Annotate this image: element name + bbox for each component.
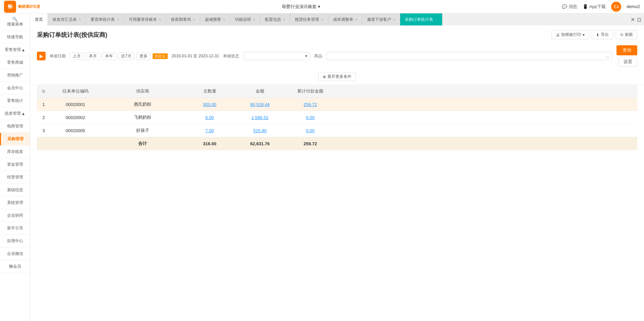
sidebar-item-member[interactable]: 会员中心 xyxy=(0,82,30,95)
row-amount[interactable]: 60,519.44 xyxy=(235,98,285,111)
sidebar-item-purchase[interactable]: 采购管理 xyxy=(0,133,30,146)
tab-close-invite-customer[interactable]: × xyxy=(393,17,395,21)
row-code: 00020005 xyxy=(50,124,101,137)
sidebar-item-guide[interactable]: 新手引导 xyxy=(0,222,30,235)
app-download-btn[interactable]: 📱 App下载 xyxy=(583,4,606,10)
expand-icon: ⊕ xyxy=(323,74,326,79)
status-select-arrow: ▾ xyxy=(305,54,307,58)
export-button[interactable]: ⬇ 导出 xyxy=(592,30,613,39)
print-button[interactable]: 🖨 按模板打印 ▾ xyxy=(551,30,589,39)
message-icon: 💬 xyxy=(562,4,567,9)
tab-close-config[interactable]: × xyxy=(283,17,285,21)
table-footer-row: 合计 316.00 62,631.76 259.72 xyxy=(37,137,637,150)
row-amount[interactable]: 525.80 xyxy=(235,124,285,137)
date-7days[interactable]: 近7天 xyxy=(118,52,135,60)
sidebar-item-ecommerce[interactable]: 电商管理 xyxy=(0,120,30,133)
sidebar-item-basic-info[interactable]: 基础信息 xyxy=(0,184,30,197)
date-this-month[interactable]: 本月 xyxy=(86,52,100,60)
tab-overstock[interactable]: 超储预警 × xyxy=(200,13,230,25)
message-btn[interactable]: 💬 消息 xyxy=(562,4,577,10)
tab-order-summary[interactable]: 要货单统计表 × xyxy=(86,13,124,25)
row-supplier: 惠氏奶粉 xyxy=(101,98,184,111)
row-paid[interactable]: 0.00 xyxy=(285,111,335,124)
row-code: 00020001 xyxy=(50,98,101,111)
tab-close-cost-adjust[interactable]: × xyxy=(355,17,357,21)
close-tab-btn[interactable]: ✕ xyxy=(631,16,635,23)
filter-toggle-btn[interactable]: ▶ xyxy=(37,52,46,60)
date-this-year[interactable]: 本年 xyxy=(102,52,116,60)
goods-input-more[interactable]: … xyxy=(605,54,609,58)
sidebar-item-wechat[interactable]: 企业微信 xyxy=(0,248,30,260)
status-select[interactable]: ▾ xyxy=(243,52,310,60)
tab-invite-customer[interactable]: 邀请下游客户 × xyxy=(362,13,400,25)
tab-close-expiry[interactable]: × xyxy=(193,17,195,21)
tab-close-overstock[interactable]: × xyxy=(223,17,225,21)
footer-paid: 259.72 xyxy=(285,137,335,150)
footer-amount: 62,631.76 xyxy=(235,137,285,150)
sidebar-item-finance[interactable]: 资金管理 xyxy=(0,158,30,171)
tab-pick-task[interactable]: 拣货任务管理 × xyxy=(290,13,328,25)
sidebar-item-app-center[interactable]: 应用中心 xyxy=(0,235,30,248)
sidebar-item-member-app[interactable]: 畅会员 xyxy=(0,260,30,273)
row-qty[interactable]: 303.00 xyxy=(184,98,235,111)
sidebar-item-retail-mgmt[interactable]: 零售管理 ▲ xyxy=(0,44,30,56)
sidebar-item-search[interactable]: 🔍 搜索菜单 xyxy=(0,13,30,31)
status-filter-label: 单据状态 xyxy=(223,53,239,59)
query-button[interactable]: 查询 xyxy=(616,45,637,55)
sidebar-item-wholesale[interactable]: 批发管理 ▲ xyxy=(0,107,30,120)
settings-button[interactable]: 设置 xyxy=(619,57,637,67)
row-paid[interactable]: 259.72 xyxy=(285,98,335,111)
tab-close-purchase-summary[interactable]: × xyxy=(435,17,437,21)
page-content: 采购订单统计表(按供应商) 🖨 按模板打印 ▾ ⬇ 导出 ↻ xyxy=(30,25,644,321)
logo-abbr: 畅 xyxy=(8,4,12,10)
expand-more-btn[interactable]: ⊕ 展开更多条件 xyxy=(318,72,356,81)
col-paid-header: 累计付款金额 xyxy=(285,85,335,98)
sidebar-item-retail-stats[interactable]: 零售统计 xyxy=(0,95,30,107)
refresh-button[interactable]: ↻ 刷新 xyxy=(616,30,637,39)
goods-input[interactable]: … xyxy=(326,52,612,60)
row-index: 1 xyxy=(37,98,50,111)
tab-cost-adjust[interactable]: 成本调整单 × xyxy=(328,13,362,25)
tab-close-receive-summary[interactable]: × xyxy=(79,17,81,21)
tab-close-pick-task[interactable]: × xyxy=(321,17,323,21)
row-index: 3 xyxy=(37,124,50,137)
row-qty[interactable]: 6.00 xyxy=(184,111,235,124)
date-more[interactable]: 更多 xyxy=(137,52,151,60)
page-header: 采购订单统计表(按供应商) 🖨 按模板打印 ▾ ⬇ 导出 ↻ xyxy=(30,25,644,42)
row-qty[interactable]: 7.00 xyxy=(184,124,235,137)
tab-stock-book[interactable]: 可用量库存账本 × xyxy=(124,13,166,25)
username[interactable]: demo2 xyxy=(627,4,640,9)
row-paid[interactable]: 0.00 xyxy=(285,124,335,137)
sidebar-item-quick-nav[interactable]: 快捷导航 xyxy=(0,31,30,44)
row-code: 00020002 xyxy=(50,111,101,124)
tab-bar-actions: ✕ ⊡ xyxy=(628,16,644,23)
sidebar-item-enterprise[interactable]: 企业协同 xyxy=(0,209,30,222)
tab-close-stock-book[interactable]: × xyxy=(159,17,161,21)
tab-function-desc[interactable]: 功能说明 × xyxy=(230,13,260,25)
sidebar-item-retail-shop[interactable]: 零售商城 xyxy=(0,56,30,69)
logo-text: 畅捷通好生意 xyxy=(18,4,40,9)
tab-receive-summary[interactable]: 收发存汇总表 × xyxy=(48,13,86,25)
tab-home[interactable]: 首页 xyxy=(30,13,48,25)
workspace-selector[interactable]: 母婴行业演示账套 ▾ xyxy=(279,2,323,11)
sidebar-item-stock[interactable]: 库存核算 xyxy=(0,146,30,158)
tab-close-order-summary[interactable]: × xyxy=(117,17,119,21)
tab-bar: 首页 收发存汇总表 × 要货单统计表 × 可用量库存账本 × 保质期查询 × xyxy=(30,13,644,25)
user-avatar[interactable]: Ea xyxy=(611,2,621,12)
tab-purchase-summary[interactable]: 采购订单统计表 × xyxy=(400,13,442,25)
col-settings[interactable]: ⚙ xyxy=(37,85,50,98)
top-right: 💬 消息 📱 App下载 Ea demo2 xyxy=(562,2,640,12)
sidebar-item-operations[interactable]: 经营管理 xyxy=(0,171,30,184)
date-last-month[interactable]: 上月 xyxy=(70,52,84,60)
sidebar-item-marketing[interactable]: 营销推广 xyxy=(0,69,30,82)
avatar-text: Ea xyxy=(614,4,619,9)
row-amount[interactable]: 1,586.52 xyxy=(235,111,285,124)
sidebar-item-system[interactable]: 系统管理 xyxy=(0,197,30,209)
tab-expiry[interactable]: 保质期查询 × xyxy=(166,13,200,25)
restore-tab-btn[interactable]: ⊡ xyxy=(637,16,641,23)
print-icon: 🖨 xyxy=(556,33,560,37)
tab-close-function-desc[interactable]: × xyxy=(253,17,255,21)
tab-config[interactable]: 配置信息 × xyxy=(260,13,290,25)
content-area: 首页 收发存汇总表 × 要货单统计表 × 可用量库存账本 × 保质期查询 × xyxy=(30,13,644,321)
data-table: ⚙ 往来单位编码 供应商 主数量 金额 累计付款金额 1 xyxy=(37,85,637,150)
